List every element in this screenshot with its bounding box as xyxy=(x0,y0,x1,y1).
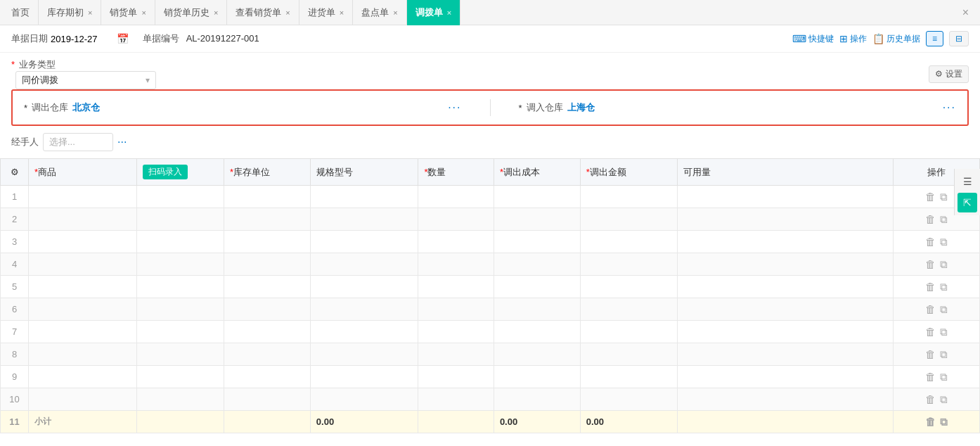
row-copy-icon-6[interactable]: ⧉ xyxy=(940,303,948,316)
row-scan-6 xyxy=(136,298,224,321)
handler-select[interactable]: 选择... xyxy=(43,133,113,151)
row-amount-5[interactable] xyxy=(580,276,677,298)
row-product-5[interactable] xyxy=(29,276,137,298)
warehouse-in-more-btn[interactable]: ··· xyxy=(943,101,956,114)
layout-btn-2[interactable]: ⊟ xyxy=(949,31,969,46)
row-num-8: 8 xyxy=(1,343,29,366)
row-delete-icon-5[interactable]: 🗑 xyxy=(925,281,936,293)
row-delete-icon-3[interactable]: 🗑 xyxy=(925,236,936,248)
tab-close-stocktake[interactable]: × xyxy=(393,8,397,17)
row-cost-9[interactable] xyxy=(494,366,580,388)
row-copy-icon-3[interactable]: ⧉ xyxy=(940,236,948,248)
row-qty-7[interactable] xyxy=(418,321,494,343)
row-delete-icon-7[interactable]: 🗑 xyxy=(925,326,936,338)
row-delete-icon-4[interactable]: 🗑 xyxy=(925,258,936,270)
row-amount-8[interactable] xyxy=(580,343,677,366)
row-qty-6[interactable] xyxy=(418,298,494,321)
tab-close-purchase[interactable]: × xyxy=(340,8,344,17)
row-product-8[interactable] xyxy=(29,343,137,366)
row-cost-1[interactable] xyxy=(494,186,580,208)
row-product-3[interactable] xyxy=(29,231,137,253)
history-btn[interactable]: 📋 历史单据 xyxy=(872,33,920,45)
row-qty-4[interactable] xyxy=(418,253,494,276)
warehouse-in-label: 调入仓库 xyxy=(527,101,563,114)
row-cost-10[interactable] xyxy=(494,388,580,411)
handler-more-btn[interactable]: ··· xyxy=(117,136,127,148)
row-cost-3[interactable] xyxy=(494,231,580,253)
row-qty-5[interactable] xyxy=(418,276,494,298)
row-product-1[interactable] xyxy=(29,186,137,208)
row-amount-6[interactable] xyxy=(580,298,677,321)
sidebar-list-icon[interactable]: ☰ xyxy=(958,172,977,191)
row-product-4[interactable] xyxy=(29,253,137,276)
row-qty-3[interactable] xyxy=(418,231,494,253)
tab-close-transfer[interactable]: × xyxy=(447,8,451,17)
row-delete-icon-6[interactable]: 🗑 xyxy=(925,303,936,315)
date-input[interactable] xyxy=(51,34,114,44)
row-qty-2[interactable] xyxy=(418,208,494,231)
row-delete-icon-2[interactable]: 🗑 xyxy=(925,213,936,225)
row-copy-icon-4[interactable]: ⧉ xyxy=(940,258,948,271)
row-cost-8[interactable] xyxy=(494,343,580,366)
row-amount-3[interactable] xyxy=(580,231,677,253)
tab-home[interactable]: 首页 xyxy=(3,0,39,25)
row-copy-icon-2[interactable]: ⧉ xyxy=(940,213,948,226)
row-cost-4[interactable] xyxy=(494,253,580,276)
tab-transfer[interactable]: 调拨单 × xyxy=(407,0,460,25)
calendar-icon[interactable]: 📅 xyxy=(117,33,129,44)
row-copy-icon-8[interactable]: ⧉ xyxy=(940,348,948,361)
row-delete-icon-8[interactable]: 🗑 xyxy=(925,348,936,360)
row-amount-4[interactable] xyxy=(580,253,677,276)
subtotal-delete-icon[interactable]: 🗑 xyxy=(925,416,936,428)
row-product-6[interactable] xyxy=(29,298,137,321)
row-copy-icon-1[interactable]: ⧉ xyxy=(940,191,948,203)
row-qty-10[interactable] xyxy=(418,388,494,411)
row-cost-2[interactable] xyxy=(494,208,580,231)
tab-close-sales-order[interactable]: × xyxy=(141,8,146,17)
row-qty-8[interactable] xyxy=(418,343,494,366)
tab-purchase[interactable]: 进货单 × xyxy=(299,0,353,25)
layout-btn-1[interactable]: ≡ xyxy=(926,31,943,46)
row-qty-1[interactable] xyxy=(418,186,494,208)
sidebar-expand-icon[interactable]: ⇱ xyxy=(958,193,977,212)
tab-inventory-init[interactable]: 库存期初 × xyxy=(39,0,101,25)
row-delete-icon-10[interactable]: 🗑 xyxy=(925,393,936,405)
warehouse-out-more-btn[interactable]: ··· xyxy=(448,101,461,114)
biz-type-select[interactable]: 同价调拨 ▾ xyxy=(15,71,156,89)
row-amount-9[interactable] xyxy=(580,366,677,388)
row-amount-2[interactable] xyxy=(580,208,677,231)
tab-close-view-sales[interactable]: × xyxy=(285,8,290,17)
row-product-10[interactable] xyxy=(29,388,137,411)
row-delete-icon-1[interactable]: 🗑 xyxy=(925,191,936,203)
row-copy-icon-5[interactable]: ⧉ xyxy=(940,281,948,293)
tab-view-sales[interactable]: 查看销货单 × xyxy=(227,0,299,25)
row-product-7[interactable] xyxy=(29,321,137,343)
shortcut-btn[interactable]: ⌨ 快捷键 xyxy=(792,33,834,45)
scan-button[interactable]: 扫码录入 xyxy=(143,165,188,179)
row-product-9[interactable] xyxy=(29,366,137,388)
tab-stocktake[interactable]: 盘点单 × xyxy=(353,0,406,25)
row-copy-icon-7[interactable]: ⧉ xyxy=(940,326,948,338)
row-copy-icon-10[interactable]: ⧉ xyxy=(940,393,948,406)
row-cost-6[interactable] xyxy=(494,298,580,321)
tab-sales-history[interactable]: 销货单历史 × xyxy=(155,0,227,25)
tab-close-sales-history[interactable]: × xyxy=(214,8,218,17)
row-cost-5[interactable] xyxy=(494,276,580,298)
subtotal-copy-icon[interactable]: ⧉ xyxy=(940,416,948,428)
row-amount-7[interactable] xyxy=(580,321,677,343)
operation-btn[interactable]: ⊞ 操作 xyxy=(839,33,867,45)
shortcut-icon: ⌨ xyxy=(792,33,806,44)
tab-sales-order[interactable]: 销货单 × xyxy=(101,0,155,25)
row-copy-icon-9[interactable]: ⧉ xyxy=(940,371,948,383)
row-delete-icon-9[interactable]: 🗑 xyxy=(925,371,936,383)
row-amount-1[interactable] xyxy=(580,186,677,208)
tab-close-inventory-init[interactable]: × xyxy=(88,8,92,17)
col-cost-header: *调出成本 xyxy=(494,159,580,186)
col-gear-header[interactable]: ⚙ xyxy=(1,159,29,186)
row-cost-7[interactable] xyxy=(494,321,580,343)
settings-button[interactable]: ⚙ 设置 xyxy=(929,65,969,83)
row-product-2[interactable] xyxy=(29,208,137,231)
row-qty-9[interactable] xyxy=(418,366,494,388)
row-amount-10[interactable] xyxy=(580,388,677,411)
global-close-button[interactable]: × xyxy=(954,6,977,19)
